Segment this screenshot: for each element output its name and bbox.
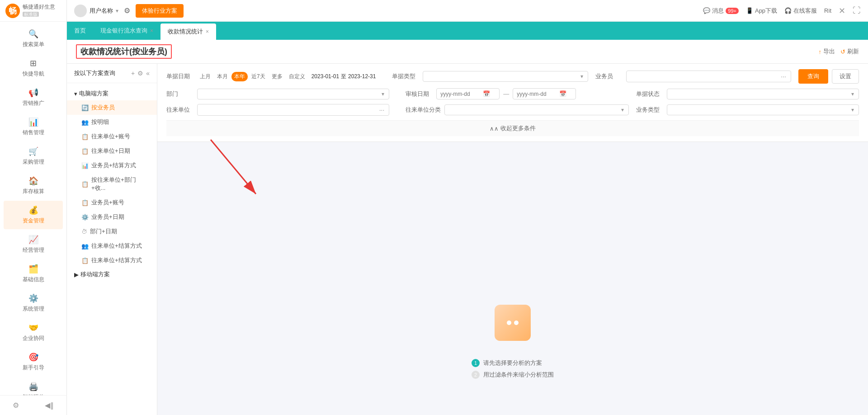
export-btn[interactable]: ↑ 导出	[819, 47, 835, 56]
sidebar-item-finance[interactable]: 💰 资金管理	[4, 201, 63, 229]
tab-collection[interactable]: 收款情况统计 ×	[160, 24, 216, 40]
sidebar-item-marketing[interactable]: 📢 营销推广	[4, 83, 63, 112]
sidebar-label-marketing: 营销推广	[23, 99, 44, 107]
audit-from-calendar-icon[interactable]: 📅	[483, 90, 490, 97]
salesperson-dots-btn[interactable]: ···	[781, 73, 786, 80]
scheme-item-unit-date[interactable]: 📋 往来单位+日期	[67, 144, 157, 158]
shortcut-this-month[interactable]: 本月	[214, 72, 231, 81]
sidebar-item-shortcut[interactable]: ⊞ 快捷导航	[4, 54, 63, 82]
trial-button[interactable]: 体验行业方案	[136, 4, 184, 18]
biz-type-select[interactable]: ▾	[667, 104, 859, 115]
date-range-sep: 至	[341, 73, 346, 80]
unit-type-select[interactable]: ▾	[444, 104, 628, 115]
shortcut-custom[interactable]: 自定义	[286, 72, 308, 81]
tab-bank-close[interactable]: ×	[150, 28, 153, 34]
tip-item-1: 1 请先选择要分析的方案	[472, 359, 554, 367]
tip-num-2: 2	[472, 371, 480, 379]
mobile-group-label: 移动端方案	[80, 270, 110, 278]
salesperson-select[interactable]: ···	[626, 71, 791, 82]
panel-settings-btn[interactable]: ⚙	[137, 70, 143, 77]
scheme-group-mobile-header[interactable]: ▶ 移动端方案	[67, 268, 157, 281]
audit-date-to[interactable]: 📅	[513, 88, 576, 99]
scheme-item-unit-dept-label: 按往来单位+部门+收...	[91, 176, 150, 192]
scheme-item-unit-account[interactable]: 📋 往来单位+账号	[67, 129, 157, 144]
main-content: 用户名称 ▾ ⚙ 体验行业方案 💬 消息 99+ 📱 App下载 🎧	[67, 0, 868, 415]
sidebar-item-search[interactable]: 🔍 搜索菜单	[4, 24, 63, 53]
operation-icon: 📈	[28, 235, 38, 245]
panel-header: 按以下方案查询 + ⚙ «	[67, 64, 157, 83]
messages-icon: 💬	[703, 7, 710, 14]
sidebar-footer: ⚙ ◀‖	[0, 395, 66, 415]
mobile-arrow-icon: ▶	[74, 271, 79, 278]
sidebar-collapse-btn[interactable]: ◀‖	[45, 401, 54, 410]
topbar-settings-icon[interactable]: ⚙	[124, 6, 130, 15]
sidebar-item-newbie[interactable]: 🎯 新手引导	[4, 348, 63, 376]
shortcut-last-month[interactable]: 上月	[197, 72, 213, 81]
unit-field: 往来单位 ···	[166, 104, 389, 116]
sidebar-item-sales[interactable]: 📊 销售管理	[4, 113, 63, 141]
sidebar-item-purchase[interactable]: 🛒 采购管理	[4, 142, 63, 170]
shortcut-more[interactable]: 更多	[269, 72, 285, 81]
scheme-item-unit-settle2[interactable]: 📋 往来单位+结算方式	[67, 253, 157, 268]
scheme-item-salesperson-account[interactable]: 📋 业务员+账号	[67, 195, 157, 210]
window-close-btn[interactable]: ✕	[839, 6, 845, 16]
desktop-group-label: 电脑端方案	[79, 90, 108, 98]
scheme-group-desktop-header[interactable]: ▾ 电脑端方案	[67, 87, 157, 100]
tab-bank[interactable]: 现金银行流水查询 ×	[93, 22, 160, 40]
panel-add-btn[interactable]: +	[131, 70, 135, 77]
scheme-item-unit-settle1-label: 往来单位+结算方式	[91, 242, 142, 250]
tab-home[interactable]: 首页	[67, 22, 93, 40]
doctype-select[interactable]: ▾	[423, 71, 588, 82]
panel-collapse-btn[interactable]: «	[146, 70, 150, 77]
shortcut-7days[interactable]: 近7天	[249, 72, 268, 81]
sidebar-label-newbie: 新手引导	[23, 364, 44, 372]
sidebar-item-inventory[interactable]: 🏠 库存核算	[4, 171, 63, 200]
scheme-item-salesperson[interactable]: 🔄 按业务员	[67, 100, 157, 115]
unit-dept-icon: 📋	[81, 181, 89, 188]
sidebar-item-operation[interactable]: 📈 经营管理	[4, 230, 63, 259]
online-service-item[interactable]: 🎧 在线客服	[784, 7, 817, 15]
right-panel: 单据日期 上月 本月 本年 近7天 更多 自定义	[157, 64, 868, 415]
user-info[interactable]: 用户名称 ▾	[74, 5, 118, 17]
tab-collection-close[interactable]: ×	[206, 28, 209, 35]
sidebar-item-basic[interactable]: 🗂️ 基础信息	[4, 259, 63, 288]
logo: 畅 畅捷通好生意 标准版	[0, 0, 66, 22]
settings-button[interactable]: 设置	[832, 69, 859, 84]
unit-select[interactable]: ···	[197, 104, 389, 116]
scheme-item-salesperson-settle[interactable]: 📊 业务员+结算方式	[67, 158, 157, 173]
query-button[interactable]: 查询	[798, 69, 828, 84]
empty-area: 1 请先选择要分析的方案 2 用过滤条件来缩小分析范围	[157, 142, 868, 415]
scheme-item-unit-settle1[interactable]: 👥 往来单位+结算方式	[67, 239, 157, 253]
doc-status-select[interactable]: ▾	[667, 89, 859, 99]
dept-field: 部门 ▾	[166, 89, 389, 99]
scheme-item-detail[interactable]: 👥 按明细	[67, 115, 157, 129]
window-expand-btn[interactable]: ⛶	[853, 6, 861, 15]
tab-bank-label: 现金银行流水查询	[100, 27, 147, 35]
user-dropdown-icon[interactable]: ▾	[116, 8, 118, 14]
messages-item[interactable]: 💬 消息 99+	[703, 7, 739, 15]
shortcut-this-year[interactable]: 本年	[231, 72, 248, 81]
sidebar-item-hardware[interactable]: 🖨️ 智能硬件	[4, 377, 63, 395]
scheme-item-salesperson-date[interactable]: ⚙️ 业务员+日期	[67, 210, 157, 224]
sidebar-label-shortcut: 快捷导航	[23, 70, 44, 78]
user-display[interactable]: Rit	[824, 7, 831, 14]
audit-from-input[interactable]	[440, 91, 481, 97]
page-header: 收款情况统计(按业务员) ↑ 导出 ↺ 刷新	[67, 40, 868, 64]
refresh-btn[interactable]: ↺ 刷新	[840, 47, 859, 56]
audit-date-from[interactable]: 📅	[436, 88, 500, 99]
audit-to-calendar-icon[interactable]: 📅	[559, 90, 566, 97]
system-icon: ⚙️	[28, 293, 38, 303]
scheme-item-unit-settle2-label: 往来单位+结算方式	[91, 256, 142, 264]
app-download-item[interactable]: 📱 App下载	[746, 7, 777, 15]
scheme-item-unit-dept[interactable]: 📋 按往来单位+部门+收...	[67, 173, 157, 195]
sidebar-item-system[interactable]: ⚙️ 系统管理	[4, 289, 63, 317]
dept-date-icon: ⏱	[81, 228, 87, 235]
search-row-1: 单据日期 上月 本月 本年 近7天 更多 自定义	[166, 69, 859, 84]
collapse-bar[interactable]: ∧∧ 收起更多条件	[166, 120, 859, 136]
audit-to-input[interactable]	[517, 91, 557, 97]
unit-dots-btn[interactable]: ···	[379, 106, 385, 113]
scheme-item-dept-date[interactable]: ⏱ 部门+日期	[67, 224, 157, 239]
sidebar-item-enterprise[interactable]: 🤝 企业协同	[4, 318, 63, 347]
dept-select[interactable]: ▾	[197, 89, 389, 99]
sidebar-settings-btn[interactable]: ⚙	[13, 401, 19, 410]
